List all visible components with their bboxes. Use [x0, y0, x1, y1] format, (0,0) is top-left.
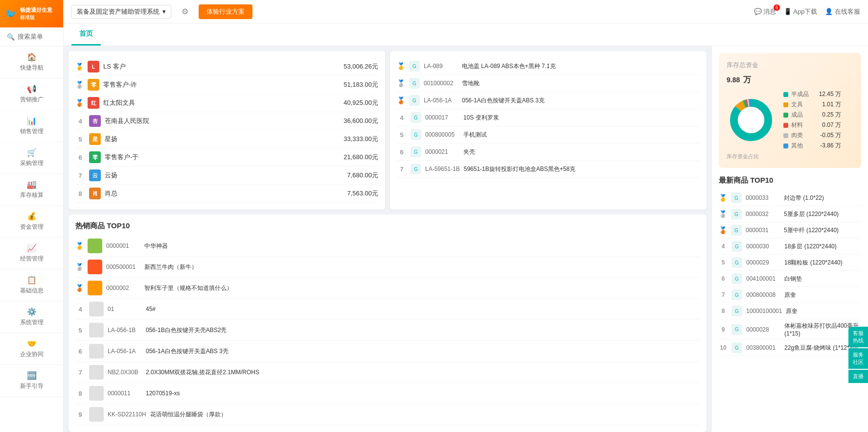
nav-label-8: 系统管理 — [20, 318, 44, 327]
table-row: 5 星 星扬 33,333.00元 — [75, 130, 378, 148]
float-btn-1[interactable]: 服务社区 — [848, 348, 868, 369]
sidebar: 🐦 畅捷通好生意标准版 🔍 搜索菜单 🏠快捷导航📢营销推广📊销售管理🛒采购管理🏭… — [0, 0, 64, 432]
sidebar-item-6[interactable]: 📈经营管理 — [0, 238, 63, 269]
list-item: 9 KK-SD22110H 花语萌恒温分腿睡袋（厚款） — [75, 404, 700, 425]
list-item: 🥇 G 0000033 封边带 (1.0*22) — [719, 190, 861, 206]
sidebar-item-2[interactable]: 📊销售管理 — [0, 110, 63, 142]
sidebar-logo: 🐦 畅捷通好生意标准版 — [0, 0, 63, 27]
sidebar-item-8[interactable]: ⚙️系统管理 — [0, 301, 63, 333]
table-row: 5 G 000800005 手机测试 — [397, 126, 700, 144]
avatar: L — [88, 61, 99, 72]
app-download-button[interactable]: 📱 App下载 — [784, 7, 817, 16]
product-image — [88, 281, 102, 295]
legend-color — [783, 133, 788, 138]
nav-label-6: 经营管理 — [20, 255, 44, 263]
message-button[interactable]: 💬 消息 6 — [754, 7, 777, 16]
list-item: 🥈 G 0000032 5厘多层 (1220*2440) — [719, 206, 861, 222]
customer-name: 苍南县人民医院 — [105, 117, 340, 125]
rank-number: 4 — [75, 118, 85, 125]
sidebar-item-10[interactable]: 🆕新手引导 — [0, 365, 63, 397]
logo-text: 畅捷通好生意标准版 — [20, 6, 52, 22]
rank-number: 4 — [397, 114, 407, 121]
main-area: 装备及固定资产辅助管理系统 ▾ ⚙ 体验行业方案 💬 消息 6 📱 App下载 … — [64, 0, 868, 432]
product-name: 智利车子里（规格不知道填什么） — [144, 284, 700, 292]
legend-item: 肉类 -0.05 万 — [783, 131, 841, 140]
sidebar-item-7[interactable]: 📋基础信息 — [0, 269, 63, 301]
rank-number: 7 — [719, 291, 728, 298]
customer-ranking-panel: 🥇 L LS 客户 53,006.26元 🥈 零 零售客户-许 51,183.0… — [69, 51, 385, 210]
customer-name: 红太阳文具 — [103, 98, 340, 107]
settings-button[interactable]: ⚙ — [177, 4, 193, 20]
product-code: 0000017 — [425, 114, 459, 121]
hot-products-list: 🥇 0000001 中华神器 🥈 000500001 新西兰牛肉（新牛） 🥉 0… — [75, 236, 700, 425]
rank-number: 9 — [75, 411, 85, 418]
nav-icon-3: 🛒 — [27, 148, 37, 157]
search-icon: 🔍 — [7, 33, 15, 41]
nav-icon-6: 📈 — [27, 243, 37, 253]
medal-icon: 🥇 — [75, 63, 84, 71]
product-name: 白钢垫 — [784, 275, 861, 283]
online-service-label: 在线客服 — [835, 8, 860, 15]
product-rank-list: 🥇 G LA-089 电池盖 LA-089 ABS本色+黑种 7.1克 🥈 G … — [397, 58, 700, 178]
legend-value: -3.86 万 — [812, 142, 841, 150]
product-name: 封边带 (1.0*22) — [784, 194, 861, 202]
sidebar-item-3[interactable]: 🛒采购管理 — [0, 142, 63, 174]
chevron-down-icon: ▾ — [162, 8, 166, 15]
sidebar-nav: 🏠快捷导航📢营销推广📊销售管理🛒采购管理🏭库存核算💰资金管理📈经营管理📋基础信息… — [0, 47, 63, 432]
float-btn-2[interactable]: 直播 — [848, 370, 868, 383]
legend-value: -0.05 万 — [812, 131, 841, 140]
product-icon: G — [731, 257, 742, 268]
product-code: KK-SD22110H — [108, 411, 146, 418]
customer-value: 36,600.00元 — [343, 117, 378, 125]
product-name: 18颗粒板 (1220*2440) — [784, 259, 861, 267]
legend: 半成品 12.45 万 文具 1.01 万 成品 0.25 万 材料 0.07 … — [783, 90, 841, 150]
page-nav: 首页 — [64, 24, 868, 46]
inventory-number: 9.88 — [727, 76, 740, 84]
nav-label-9: 企业协同 — [20, 350, 44, 359]
legend-color — [783, 113, 788, 118]
medal-icon: 🥈 — [75, 81, 84, 89]
product-icon: G — [409, 78, 420, 89]
customer-value: 40,925.00元 — [343, 98, 378, 107]
list-item: 5 G 0000029 18颗粒板 (1220*2440) — [719, 255, 861, 271]
rank-number: 6 — [75, 154, 85, 161]
legend-color — [783, 144, 788, 148]
product-image — [89, 386, 104, 401]
float-buttons: 客服热线服务社区直播 — [848, 327, 868, 383]
message-badge: 6 — [774, 4, 780, 11]
legend-name: 半成品 — [791, 90, 809, 98]
sidebar-item-5[interactable]: 💰资金管理 — [0, 206, 63, 238]
legend-name: 材料 — [791, 121, 809, 129]
rank-number: 10 — [719, 344, 728, 351]
list-item: 7 NB2.0X30B 2.0X30MM双搓花轴,搓花直径2.1MM/ROHS — [75, 362, 700, 383]
product-image — [88, 239, 102, 253]
try-plan-button[interactable]: 体验行业方案 — [199, 4, 252, 19]
product-icon: G — [411, 164, 421, 174]
legend-item: 其他 -3.86 万 — [783, 142, 841, 150]
float-btn-0[interactable]: 客服热线 — [848, 327, 868, 347]
legend-value: 12.45 万 — [812, 90, 841, 98]
rank-number: 5 — [75, 327, 85, 334]
list-item: 6 G 004100001 白钢垫 — [719, 271, 861, 287]
product-icon: G — [411, 129, 421, 140]
inventory-unit: 万 — [743, 75, 751, 84]
rank-number: 5 — [719, 259, 728, 266]
new-products-section: 最新商品 TOP10 🥇 G 0000033 封边带 (1.0*22) 🥈 G … — [719, 176, 861, 356]
search-menu-item[interactable]: 🔍 搜索菜单 — [0, 27, 63, 47]
online-service-button[interactable]: 👤 在线客服 — [825, 7, 860, 16]
list-item: 4 G 0000030 18多层 (1220*2440) — [719, 239, 861, 255]
avatar: 肖 — [89, 188, 101, 199]
tab-home[interactable]: 首页 — [71, 24, 101, 46]
medal-icon: 🥉 — [75, 99, 84, 107]
top-rankings: 🥇 L LS 客户 53,006.26元 🥈 零 零售客户-许 51,183.0… — [69, 51, 707, 210]
system-selector[interactable]: 装备及固定资产辅助管理系统 ▾ — [71, 5, 171, 19]
message-icon: 💬 — [754, 8, 762, 15]
sidebar-item-9[interactable]: 🤝企业协同 — [0, 333, 63, 365]
panels-area: 🥇 L LS 客户 53,006.26元 🥈 零 零售客户-许 51,183.0… — [64, 46, 711, 432]
sidebar-item-4[interactable]: 🏭库存核算 — [0, 174, 63, 206]
rank-number: 6 — [75, 348, 85, 355]
sidebar-item-1[interactable]: 📢营销推广 — [0, 78, 63, 110]
medal-icon: 🥇 — [719, 194, 727, 202]
sidebar-item-0[interactable]: 🏠快捷导航 — [0, 47, 63, 78]
topbar-right: 💬 消息 6 📱 App下载 👤 在线客服 — [754, 7, 860, 16]
